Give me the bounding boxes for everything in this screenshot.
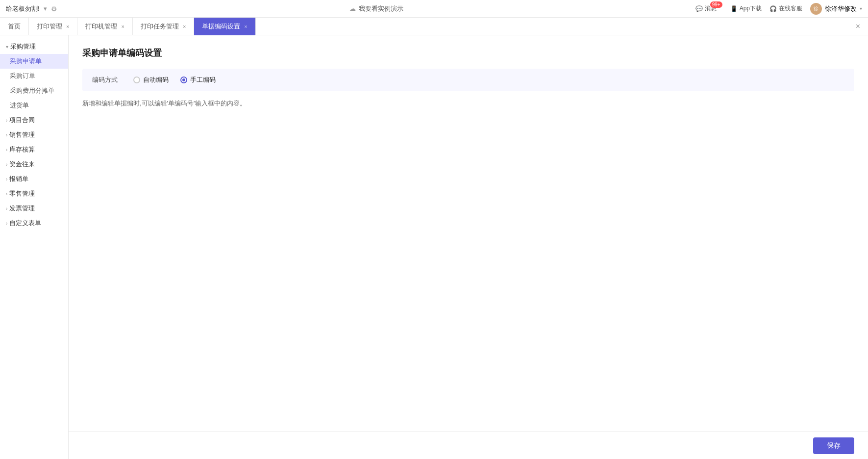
sidebar-item-purchase-order[interactable]: 采购订单 [0, 69, 68, 83]
content-area: 采购申请单编码设置 编码方式 自动编码 手工编码 新增和编辑单据编时,可以编辑'… [69, 35, 868, 459]
sidebar-group-sales[interactable]: › 销售管理 [0, 128, 68, 142]
sidebar-group-expense-arrow: › [6, 177, 7, 182]
tab-printer-management-label: 打印机管理 [85, 22, 117, 31]
sidebar-group-invoice-label: 发票管理 [9, 204, 35, 213]
sidebar-group-project-label: 项目合同 [9, 116, 35, 125]
sidebar-group-retail[interactable]: › 零售管理 [0, 186, 68, 201]
auto-code-option[interactable]: 自动编码 [133, 76, 169, 84]
tab-print-management-label: 打印管理 [37, 22, 62, 31]
message-badge: 99+ [710, 1, 722, 8]
sidebar-group-project-arrow: › [6, 118, 7, 123]
tab-encoding-settings[interactable]: 单据编码设置 × [194, 18, 255, 35]
main-layout: ▾ 采购管理 采购申请单 采购订单 采购费用分摊单 进货单 › 项目合同 › 销… [0, 35, 868, 459]
dropdown-icon[interactable]: ▾ [44, 5, 47, 12]
user-dropdown-icon: ▾ [860, 6, 862, 11]
user-menu-button[interactable]: 徐 徐泽华修改 ▾ [810, 3, 862, 15]
sidebar-group-project-contract[interactable]: › 项目合同 [0, 113, 68, 128]
settings-icon[interactable]: ⚙ [51, 5, 57, 13]
sidebar-group-purchase[interactable]: ▾ 采购管理 [0, 39, 68, 54]
page-title: 采购申请单编码设置 [82, 47, 854, 59]
content-footer: 保存 [69, 432, 868, 459]
tab-printer-management[interactable]: 打印机管理 × [77, 18, 132, 35]
sidebar-item-purchase-expense-label: 采购费用分摊单 [10, 87, 54, 94]
tab-home[interactable]: 首页 [0, 18, 29, 35]
sidebar-item-incoming[interactable]: 进货单 [0, 98, 68, 113]
auto-code-label: 自动编码 [143, 76, 169, 84]
save-button[interactable]: 保存 [813, 437, 854, 454]
content-inner: 采购申请单编码设置 编码方式 自动编码 手工编码 新增和编辑单据编时,可以编辑'… [69, 35, 868, 432]
sidebar-group-inventory-arrow: › [6, 147, 7, 153]
app-download-label: App下载 [740, 4, 762, 13]
encoding-section: 编码方式 自动编码 手工编码 [82, 69, 854, 91]
tab-close-printer-management[interactable]: × [121, 24, 124, 29]
tab-home-label: 首页 [8, 22, 21, 31]
sidebar-group-purchase-label: 采购管理 [10, 42, 36, 51]
sidebar-group-custom-label: 自定义表单 [9, 219, 41, 228]
tab-encoding-settings-label: 单据编码设置 [202, 22, 240, 31]
sidebar-group-custom-arrow: › [6, 221, 7, 226]
sidebar-group-retail-arrow: › [6, 191, 7, 197]
manual-code-option[interactable]: 手工编码 [180, 76, 216, 84]
encoding-label: 编码方式 [92, 76, 118, 84]
hint-text: 新增和编辑单据编时,可以编辑'单编码号'输入框中的内容。 [82, 99, 854, 108]
sidebar-item-incoming-label: 进货单 [10, 102, 29, 109]
app-icon: 📱 [730, 5, 738, 12]
sidebar-group-sales-arrow: › [6, 132, 7, 138]
manual-code-label: 手工编码 [190, 76, 216, 84]
top-bar-left: 给老板勿割! ▾ ⚙ [6, 4, 57, 13]
sidebar-group-expense-report[interactable]: › 报销单 [0, 172, 68, 186]
message-icon: 💬 [695, 5, 703, 12]
tab-close-print-management[interactable]: × [66, 24, 69, 29]
auto-code-radio[interactable] [133, 76, 140, 83]
sidebar-group-purchase-arrow: ▾ [6, 44, 8, 50]
sidebar-item-purchase-order-label: 采购订单 [10, 72, 35, 79]
sidebar: ▾ 采购管理 采购申请单 采购订单 采购费用分摊单 进货单 › 项目合同 › 销… [0, 35, 69, 459]
message-button[interactable]: 💬 消息 99+ [695, 4, 717, 13]
top-bar-center: ☁ 我要看实例演示 [349, 4, 403, 13]
tab-bar: 首页 打印管理 × 打印机管理 × 打印任务管理 × 单据编码设置 × × [0, 18, 868, 35]
sidebar-group-capital[interactable]: › 资金往来 [0, 157, 68, 172]
online-service-button[interactable]: 🎧 在线客服 [769, 4, 802, 13]
sidebar-group-retail-label: 零售管理 [9, 189, 35, 198]
tab-print-management[interactable]: 打印管理 × [29, 18, 77, 35]
encoding-row: 编码方式 自动编码 手工编码 [92, 76, 844, 84]
sidebar-group-sales-label: 销售管理 [9, 130, 35, 139]
tab-print-task-management[interactable]: 打印任务管理 × [133, 18, 194, 35]
tab-close-print-task[interactable]: × [183, 24, 186, 29]
avatar: 徐 [810, 3, 822, 15]
top-bar-right: 💬 消息 99+ 📱 App下载 🎧 在线客服 徐 徐泽华修改 ▾ [695, 3, 862, 15]
top-bar: 给老板勿割! ▾ ⚙ ☁ 我要看实例演示 💬 消息 99+ 📱 App下载 🎧 … [0, 0, 868, 18]
sidebar-item-purchase-request-label: 采购申请单 [10, 57, 42, 65]
sidebar-item-purchase-request[interactable]: 采购申请单 [0, 54, 68, 69]
service-icon: 🎧 [769, 5, 777, 12]
sidebar-group-invoice-arrow: › [6, 206, 7, 211]
app-download-button[interactable]: 📱 App下载 [730, 4, 762, 13]
sidebar-group-expense-label: 报销单 [9, 175, 28, 183]
sidebar-group-custom-form[interactable]: › 自定义表单 [0, 216, 68, 230]
sidebar-group-capital-arrow: › [6, 162, 7, 167]
sidebar-group-capital-label: 资金往来 [9, 160, 35, 169]
sidebar-group-invoice[interactable]: › 发票管理 [0, 201, 68, 216]
tab-close-encoding-settings[interactable]: × [244, 24, 247, 29]
cloud-icon: ☁ [349, 5, 356, 12]
sidebar-item-purchase-expense[interactable]: 采购费用分摊单 [0, 83, 68, 98]
demo-link[interactable]: 我要看实例演示 [359, 4, 403, 13]
sidebar-group-inventory[interactable]: › 库存核算 [0, 142, 68, 157]
online-service-label: 在线客服 [779, 4, 802, 13]
tab-print-task-label: 打印任务管理 [141, 22, 179, 31]
manual-code-radio[interactable] [180, 76, 187, 83]
username-label: 徐泽华修改 [825, 4, 857, 13]
logo-text: 给老板勿割! [6, 4, 40, 13]
sidebar-group-inventory-label: 库存核算 [9, 145, 35, 154]
page-close-button[interactable]: × [848, 22, 868, 31]
